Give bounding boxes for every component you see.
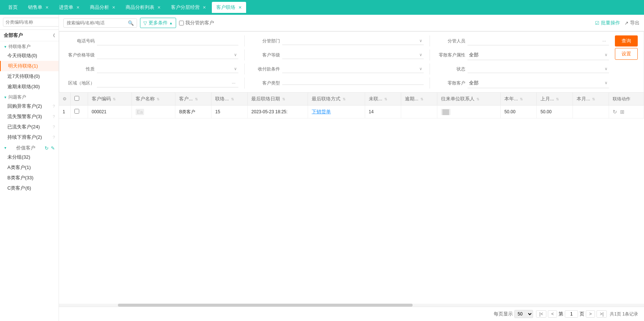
cell-actions: ↻ ⊞ — [609, 106, 644, 118]
edit-value-icon[interactable]: ✎ — [51, 145, 55, 151]
nav-close-customer-tier[interactable]: ✕ — [203, 5, 206, 10]
chevron-down-icon: ∨ — [234, 52, 237, 57]
refresh-value-icon[interactable]: ↻ — [45, 145, 49, 151]
sort-type-icon[interactable]: ⇅ — [195, 97, 198, 101]
sort-name-icon[interactable]: ⇅ — [157, 97, 160, 101]
sort-thisyear-icon[interactable]: ⇅ — [520, 97, 523, 101]
cell-checkbox — [71, 106, 88, 118]
first-page-btn[interactable]: |< — [536, 310, 546, 318]
cell-name: Ea — [132, 106, 175, 118]
sidebar-item-class-c[interactable]: C类客户(6) — [0, 183, 59, 193]
filter-actions: 查询 设置 — [615, 35, 638, 89]
per-page-select[interactable]: 50 100 200 — [514, 310, 533, 318]
person-select[interactable]: ··· — [468, 37, 609, 45]
nav-purchase[interactable]: 进货单 ✕ — [55, 2, 84, 13]
total-records: 共1页 1条记录 — [610, 311, 638, 317]
sidebar-item-churned[interactable]: 已流失客户(24) ? — [0, 122, 59, 132]
sort-contact-icon[interactable]: ⇅ — [231, 97, 234, 101]
nav-close-customer-contact[interactable]: ✕ — [238, 5, 242, 10]
sidebar-search-input[interactable] — [3, 18, 59, 27]
prev-page-btn[interactable]: < — [548, 310, 557, 318]
page-input[interactable] — [565, 310, 578, 318]
phone-input[interactable] — [97, 37, 238, 45]
col-last-month: 上月... ⇅ — [537, 93, 573, 106]
query-button[interactable]: 查询 — [615, 35, 638, 46]
filter-more-btn[interactable]: ▽ 更多条件 ▲ — [140, 18, 176, 28]
retail-customer-select[interactable]: 全部 ∨ — [468, 78, 609, 88]
sidebar-item-churn-warning[interactable]: 流失预警客户(3) ? — [0, 111, 59, 122]
sidebar-all-customers[interactable]: 全部客户 《 — [0, 30, 59, 41]
sidebar-group-value[interactable]: 价值客户 ↻ ✎ — [0, 142, 59, 152]
nav-customer-contact[interactable]: 客户联络 ✕ — [212, 2, 246, 13]
sort-date-icon[interactable]: ⇅ — [282, 97, 285, 101]
sidebar-item-today[interactable]: 今天待联络(0) — [0, 51, 59, 61]
nav-close-purchase[interactable]: ✕ — [76, 5, 80, 10]
nav-home[interactable]: 首页 — [4, 2, 22, 13]
status-select[interactable]: ∨ — [468, 65, 609, 73]
sidebar-item-class-b[interactable]: B类客户(33) — [0, 173, 59, 183]
sidebar-group-problem[interactable]: 问题客户 — [0, 92, 59, 101]
sidebar-item-repurchase-abnormal[interactable]: 回购异常客户(2) ? — [0, 101, 59, 111]
select-all-checkbox[interactable] — [74, 96, 79, 101]
sidebar-item-7days[interactable]: 近7天待联络(0) — [0, 71, 59, 82]
sort-nocontact-icon[interactable]: ⇅ — [384, 97, 387, 101]
payment-label: 收付款条件 — [251, 66, 280, 72]
ellipsis-icon[interactable]: ··· — [601, 38, 608, 44]
top-nav: 首页 销售单 ✕ 进货单 ✕ 商品分析 ✕ 商品分析列表 ✕ 客户分层经营 ✕ … — [0, 0, 644, 15]
toolbar: 🔍 ▽ 更多条件 ▲ 我分管的客户 ☑ 批量操作 ↗ 导出 — [59, 15, 644, 31]
cell-overdue — [401, 106, 437, 118]
batch-op-btn[interactable]: ☑ 批量操作 — [595, 20, 620, 26]
grid-action-icon[interactable]: ⊞ — [620, 109, 624, 115]
nav-sales[interactable]: 销售单 ✕ — [24, 2, 53, 13]
scrollbar-thumb[interactable] — [118, 304, 413, 307]
nature-select[interactable]: ∨ — [97, 65, 238, 73]
export-btn[interactable]: ↗ 导出 — [624, 20, 640, 26]
sidebar-item-class-a[interactable]: A类客户(1) — [0, 162, 59, 173]
customer-type-select[interactable] — [282, 82, 424, 85]
horizontal-scrollbar[interactable] — [59, 304, 644, 307]
row-checkbox[interactable] — [74, 109, 79, 114]
sort-overdue-icon[interactable]: ⇅ — [420, 97, 423, 101]
settings-button[interactable]: 设置 — [615, 48, 638, 60]
sort-method-icon[interactable]: ⇅ — [343, 97, 346, 101]
nav-close-product-analysis[interactable]: ✕ — [112, 5, 115, 10]
my-customers-check[interactable] — [179, 21, 184, 25]
filter-phone: 电话号码 — [65, 37, 238, 45]
cell-type: B类客户 — [175, 106, 211, 118]
payment-select[interactable]: ∨ — [282, 65, 424, 73]
col-settings[interactable]: ⚙ — [59, 93, 71, 106]
my-customers-checkbox: 我分管的客户 — [179, 20, 214, 26]
search-input[interactable] — [67, 20, 126, 25]
search-icon[interactable]: 🔍 — [128, 20, 134, 26]
last-method-link[interactable]: 下销货单 — [312, 109, 331, 114]
retail-attr-select[interactable]: 全部 ∨ — [468, 50, 609, 60]
price-tier-select[interactable]: ∨ — [97, 51, 238, 59]
sidebar-search-area: 🔍 — [0, 15, 59, 30]
sidebar-item-tomorrow[interactable]: 明天待联络(1) — [0, 61, 59, 71]
filter-status: 状态 ∨ — [436, 65, 609, 73]
customer-tier-select[interactable]: ∨ — [282, 51, 424, 59]
col-this-year: 本年... ⇅ — [501, 93, 537, 106]
dept-select[interactable]: ∨ — [282, 37, 424, 45]
sidebar-item-declining[interactable]: 持续下滑客户(2) ? — [0, 132, 59, 142]
refresh-action-icon[interactable]: ↻ — [613, 109, 617, 115]
nav-product-analysis[interactable]: 商品分析 ✕ — [85, 2, 120, 13]
next-page-btn[interactable]: > — [586, 310, 595, 318]
nav-close-sales[interactable]: ✕ — [45, 5, 49, 10]
table-row: 1 000021 Ea B类客户 15 2023-05-23 18:25: 下销… — [59, 106, 644, 118]
nav-close-product-analysis-list[interactable]: ✕ — [157, 5, 161, 10]
sidebar-item-ungrouped[interactable]: 未分组(32) — [0, 152, 59, 162]
last-page-btn[interactable]: >| — [596, 310, 607, 318]
sidebar-group-pending[interactable]: 待联络客户 — [0, 41, 59, 51]
ellipsis-icon[interactable]: ··· — [230, 80, 237, 86]
region-select[interactable]: ··· — [97, 79, 238, 87]
sidebar-item-overdue[interactable]: 逾期未联络(30) — [0, 82, 59, 92]
sort-person-icon[interactable]: ⇅ — [476, 97, 479, 101]
cell-last-method: 下销货单 — [308, 106, 365, 118]
nav-product-analysis-list[interactable]: 商品分析列表 ✕ — [121, 2, 165, 13]
sort-code-icon[interactable]: ⇅ — [113, 97, 116, 101]
nav-customer-tier[interactable]: 客户分层经营 ✕ — [167, 2, 210, 13]
sort-thismonth-icon[interactable]: ⇅ — [592, 97, 595, 101]
sort-lastmonth-icon[interactable]: ⇅ — [556, 97, 559, 101]
customer-type-label: 客户类型 — [251, 80, 280, 86]
